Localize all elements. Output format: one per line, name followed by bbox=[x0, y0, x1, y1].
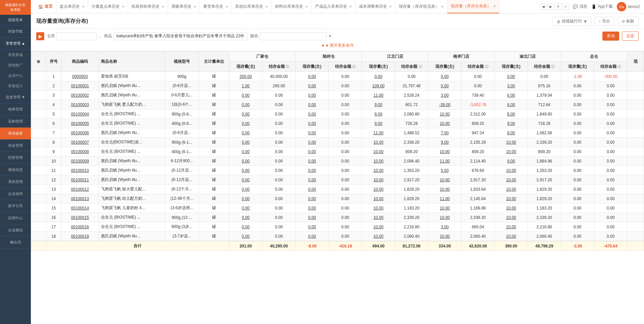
tab-inventory-check[interactable]: 盘点单历史 ✕ bbox=[56, 0, 88, 13]
cell-settings[interactable] bbox=[31, 194, 46, 203]
cell-c-amt: 1,353.20 bbox=[395, 166, 428, 175]
summary-a-amt: 40,295.00 bbox=[262, 241, 296, 251]
cell-settings[interactable] bbox=[31, 109, 46, 119]
tab-close-all[interactable]: ✕ bbox=[555, 3, 561, 10]
sidebar-item-member2[interactable]: 畅会员 bbox=[0, 236, 31, 248]
th-settings[interactable]: ⚙ bbox=[31, 52, 46, 72]
cell-settings[interactable] bbox=[31, 100, 46, 109]
cell-settings[interactable] bbox=[31, 156, 46, 166]
cell-a-qty: 200.00 bbox=[229, 72, 262, 81]
tab-other-outbound[interactable]: 其他出库单历史 ✕ bbox=[232, 0, 272, 13]
tab-transfer[interactable]: 调拨单历史 ✕ bbox=[168, 0, 200, 13]
cell-settings[interactable] bbox=[31, 128, 46, 138]
cell-settings[interactable] bbox=[31, 222, 46, 232]
tab-partial-check-close[interactable]: ✕ bbox=[122, 5, 124, 8]
print-button[interactable]: 🖨 按模版打印 ▼ bbox=[552, 17, 592, 26]
info-icon-d-amt[interactable]: ⓘ bbox=[485, 65, 488, 68]
warehouse-input[interactable] bbox=[56, 32, 97, 40]
collapse-arrow[interactable]: ▶ bbox=[36, 32, 44, 40]
settings-button[interactable]: 设置 bbox=[622, 32, 639, 41]
cell-settings[interactable] bbox=[31, 138, 46, 147]
sidebar-item-guide[interactable]: 新手引导 bbox=[0, 200, 31, 212]
cell-e-qty: 8.00 bbox=[494, 109, 528, 119]
sidebar-item-retail-mall[interactable]: 零售商城 bbox=[0, 50, 31, 60]
tab-inventory-check-close[interactable]: ✕ bbox=[82, 5, 85, 8]
cell-settings[interactable] bbox=[31, 119, 46, 128]
tab-inventory-dist[interactable]: 现存量（库存分布表） ✕ bbox=[447, 0, 499, 13]
message-action[interactable]: 💬 消息 bbox=[573, 4, 587, 9]
export-button[interactable]: ↑ 导出 bbox=[594, 17, 614, 26]
cell-spec: 900g (12-... bbox=[165, 213, 199, 222]
cell-settings[interactable] bbox=[31, 166, 46, 175]
tab-cost-adjustment-close[interactable]: ✕ bbox=[389, 5, 392, 8]
sidebar-item-finance[interactable]: 资金管理 bbox=[0, 140, 31, 152]
message-label: 消息 bbox=[579, 4, 587, 9]
tab-expand[interactable]: ⤢ bbox=[562, 3, 569, 10]
tab-material-outbound-close[interactable]: ✕ bbox=[305, 5, 308, 8]
cell-current bbox=[627, 81, 644, 91]
tab-transfer-close[interactable]: ✕ bbox=[194, 5, 196, 8]
info-icon-e-amt[interactable]: ⓘ bbox=[551, 65, 554, 68]
tab-inventory-status-close[interactable]: ✕ bbox=[441, 5, 444, 8]
cell-settings[interactable] bbox=[31, 185, 46, 194]
sidebar-item-ecommerce[interactable]: 电商管理 bbox=[0, 103, 31, 115]
tab-home[interactable]: 🏠 首页 bbox=[35, 0, 56, 13]
tab-requisition-close[interactable]: ✕ bbox=[225, 5, 228, 8]
sidebar-item-operations[interactable]: 经营管理 bbox=[0, 152, 31, 164]
cell-settings[interactable] bbox=[31, 213, 46, 222]
sidebar-search[interactable]: 搜索英单 bbox=[0, 15, 31, 26]
tab-partial-check[interactable]: 分量盘点单历史 ✕ bbox=[88, 0, 128, 13]
cell-a-qty: 0.00 bbox=[229, 194, 262, 203]
sidebar-item-quick-nav[interactable]: 快捷导航 bbox=[0, 26, 31, 38]
sidebar-item-purchase[interactable]: 采购管理 bbox=[0, 115, 31, 128]
tab-cost-adjustment[interactable]: 成本调整单历史 ✕ bbox=[356, 0, 395, 13]
cell-settings[interactable] bbox=[31, 203, 46, 213]
cell-settings[interactable] bbox=[31, 72, 46, 81]
sidebar-item-basic[interactable]: 基础信息 bbox=[0, 164, 31, 176]
tab-prev-arrow[interactable]: ◀ bbox=[540, 3, 547, 10]
cell-settings[interactable] bbox=[31, 147, 46, 156]
tab-finished-inbound[interactable]: 产成品入库单历史 ✕ bbox=[312, 0, 356, 13]
app-logo[interactable]: 畅捷通好生意 标准版 bbox=[0, 0, 31, 15]
goods-input[interactable] bbox=[113, 32, 248, 40]
cell-e-qty: 10.00 bbox=[494, 166, 528, 175]
expand-button[interactable]: ▼▼ 展开更多条件 bbox=[321, 43, 354, 48]
info-icon-a-amt[interactable]: ⓘ bbox=[286, 65, 289, 68]
tab-requisition[interactable]: 要货单历史 ✕ bbox=[200, 0, 232, 13]
cell-settings[interactable] bbox=[31, 91, 46, 100]
sidebar-item-inventory[interactable]: 库存核算 bbox=[0, 128, 31, 140]
sidebar-item-retail-mgmt[interactable]: 零售管理 ▲ bbox=[0, 38, 31, 50]
sidebar-item-marketing[interactable]: 营销推广 bbox=[0, 60, 31, 71]
tab-assembly[interactable]: 组装拆卸单历史 ✕ bbox=[128, 0, 168, 13]
app-download-action[interactable]: 📱 App下载 bbox=[591, 4, 613, 9]
cell-settings[interactable] bbox=[31, 175, 46, 185]
color-input[interactable] bbox=[260, 32, 327, 40]
tab-next-arrow[interactable]: ▶ bbox=[547, 3, 554, 10]
tab-finished-inbound-close[interactable]: ✕ bbox=[349, 5, 352, 8]
sidebar-item-enterprise[interactable]: 企业协同 bbox=[0, 188, 31, 200]
cell-settings[interactable] bbox=[31, 232, 46, 241]
tab-inventory-dist-close[interactable]: ✕ bbox=[493, 4, 496, 8]
tab-inventory-status[interactable]: 现存量（库存状况表） ✕ bbox=[395, 0, 447, 13]
sidebar-item-retail-stats[interactable]: 零售统计 bbox=[0, 81, 31, 91]
info-icon-total-amt[interactable]: ⓘ bbox=[618, 65, 621, 68]
cell-settings[interactable] bbox=[31, 81, 46, 91]
settings-icon[interactable]: ⚙ bbox=[37, 59, 40, 64]
cell-c-qty: 10.00 bbox=[362, 222, 395, 232]
refresh-button[interactable]: ↺ 刷新 bbox=[617, 17, 639, 26]
tab-other-outbound-close[interactable]: ✕ bbox=[265, 5, 268, 8]
user-action[interactable]: Ea demo2 bbox=[617, 2, 640, 11]
info-icon-c-amt[interactable]: ⓘ bbox=[419, 65, 422, 68]
sidebar-item-wholesale[interactable]: 批发管理 ▼ bbox=[0, 91, 31, 103]
tab-assembly-close[interactable]: ✕ bbox=[162, 5, 164, 8]
table-wrapper[interactable]: ⚙ 序号 商品编码 商品名称 规格型号 主计量单位 厂家仓 陆村仓 江北门店 南… bbox=[31, 51, 644, 324]
tab-material-outbound[interactable]: 材料出库单历史 ✕ bbox=[272, 0, 312, 13]
sidebar-item-system[interactable]: 系统管理 bbox=[0, 176, 31, 188]
cell-spec: 400g (6-1... bbox=[165, 147, 199, 156]
sidebar-item-member[interactable]: 会员中心 bbox=[0, 71, 31, 81]
query-button[interactable]: 查询 bbox=[602, 32, 619, 41]
sidebar-item-wechat[interactable]: 企业微信 bbox=[0, 224, 31, 236]
cell-a-amt: 0.00 bbox=[262, 100, 296, 109]
info-icon-b-amt[interactable]: ⓘ bbox=[352, 65, 356, 68]
sidebar-item-appcenter[interactable]: 应用中心 bbox=[0, 212, 31, 224]
